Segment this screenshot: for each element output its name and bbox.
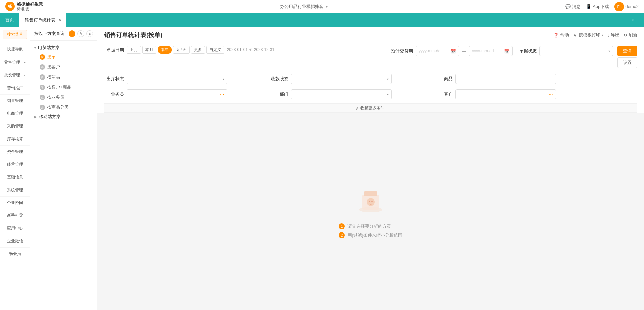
settings-button[interactable]: 设置 <box>617 57 637 68</box>
sidebar-item-system[interactable]: 系统管理 <box>0 184 30 197</box>
page-title: 销售订单统计表(按单) <box>104 31 162 39</box>
sidebar: 搜索菜单 快捷导航 零售管理 ▾ 批发管理 ▴ 营销推广 销售管理 电商管理 <box>0 27 30 310</box>
scheme-item-by-salesperson[interactable]: 业 按业务员 <box>30 92 97 102</box>
scheme-category-mobile[interactable]: ▶ 移动端方案 <box>30 112 97 121</box>
sidebar-item-ecommerce[interactable]: 电商管理 <box>0 107 30 120</box>
app-download-button[interactable]: 📱 App下载 <box>586 4 609 10</box>
scheme-item-by-category[interactable]: 分 按商品分类 <box>30 102 97 112</box>
scheme-edit-button[interactable]: ✎ <box>77 30 84 37</box>
chevron-up-icon: ▴ <box>24 73 26 77</box>
sidebar-item-guide[interactable]: 新手引导 <box>0 209 30 222</box>
app-title-area[interactable]: 办公用品行业模拟账套 ▾ <box>280 4 328 10</box>
tab-close-all-icon[interactable]: × <box>631 17 634 23</box>
edit-icon: ✎ <box>79 32 83 36</box>
expected-date-start[interactable]: yyyy-mm-dd 📅 <box>416 46 459 56</box>
more-dots-icon[interactable]: ··· <box>549 76 553 82</box>
query-button[interactable]: 查询 <box>617 46 637 56</box>
date-range-text: 2023-01-01 至 2023-12-31 <box>227 47 274 53</box>
receipt-status-select[interactable]: ▾ <box>291 74 392 84</box>
sidebar-item-wholesale[interactable]: 批发管理 ▴ <box>0 69 30 82</box>
user-area[interactable]: Ea demo2 <box>614 2 639 11</box>
out-status-select[interactable]: ▾ <box>127 74 227 84</box>
scheme-add-button[interactable]: + <box>69 30 75 37</box>
scheme-item-by-customer[interactable]: 客 按客户 <box>30 62 97 72</box>
more-dots-icon-3[interactable]: ··· <box>549 91 553 97</box>
collapse-up-icon: ∧ <box>356 106 359 111</box>
more-dots-icon-2[interactable]: ··· <box>220 91 224 97</box>
main-layout: 搜索菜单 快捷导航 零售管理 ▾ 批发管理 ▴ 营销推广 销售管理 电商管理 <box>0 27 644 310</box>
salesperson-select[interactable]: ··· <box>127 89 227 99</box>
sidebar-item-member[interactable]: 畅会员 <box>0 248 30 260</box>
chevron-right-icon: ▶ <box>34 115 37 119</box>
date-btn-more[interactable]: 更多 <box>191 46 205 54</box>
main-content: 销售订单统计表(按单) ❓ 帮助 🖨 按模板打印 ▾ ↓ 导出 <box>97 27 644 310</box>
chevron-down-icon: ▾ <box>387 77 389 81</box>
date-btn-this-year[interactable]: 本年 <box>158 46 172 54</box>
status-select[interactable]: ▾ <box>539 46 613 56</box>
scheme-category-desktop[interactable]: ▾ 电脑端方案 <box>30 43 97 52</box>
tab-maximize-icon: ⛶ <box>637 17 641 23</box>
goods-label: 商品 <box>433 76 453 82</box>
sidebar-item-operation[interactable]: 经营管理 <box>0 158 30 171</box>
sidebar-item-wechat[interactable]: 企业微信 <box>0 235 30 248</box>
scheme-item-by-customer-goods[interactable]: 客 按客户+商品 <box>30 82 97 92</box>
message-button[interactable]: 💬 消息 <box>565 4 581 10</box>
logo-text: 畅捷通好生意 标准版 <box>17 2 43 12</box>
scheme-collapse-button[interactable]: « <box>86 30 93 37</box>
customer-select[interactable]: ··· <box>455 89 556 99</box>
calendar-icon-2: 📅 <box>504 49 509 54</box>
dropdown-icon: ▾ <box>326 4 328 9</box>
refresh-icon: ↺ <box>624 33 627 38</box>
goods-select[interactable]: ··· <box>455 74 556 84</box>
logo-area: 畅 畅捷通好生意 标准版 <box>5 2 43 12</box>
svg-rect-2 <box>364 191 377 196</box>
chevron-down-icon: ▾ <box>24 61 26 64</box>
date-separator: — <box>462 49 466 54</box>
tab-sales-stats[interactable]: 销售订单统计表 × <box>19 13 66 27</box>
scheme-item-by-goods[interactable]: 商 按商品 <box>30 72 97 82</box>
expected-date-end[interactable]: yyyy-mm-dd 📅 <box>469 46 513 56</box>
scheme-panel-header: 按以下方案查询 + ✎ « <box>30 27 97 41</box>
date-btn-7days[interactable]: 近7天 <box>173 46 190 54</box>
sidebar-item-finance[interactable]: 资金管理 <box>0 146 30 158</box>
sidebar-item-purchase[interactable]: 采购管理 <box>0 120 30 133</box>
print-icon: 🖨 <box>573 33 577 38</box>
dept-label: 部门 <box>268 91 288 97</box>
collapse-button[interactable]: ∧ 收起更多条件 <box>104 104 637 113</box>
avatar: Ea <box>614 2 624 11</box>
sidebar-item-basic-info[interactable]: 基础信息 <box>0 171 30 184</box>
date-btn-this-month[interactable]: 本月 <box>142 46 156 54</box>
sidebar-item-sales[interactable]: 销售管理 <box>0 95 30 107</box>
scheme-panel: 按以下方案查询 + ✎ « ▾ 电脑端方案 <box>30 27 97 310</box>
tip-number-1: 1 <box>339 223 345 229</box>
sidebar-item-marketing[interactable]: 营销推广 <box>0 82 30 95</box>
refresh-button[interactable]: ↺ 刷新 <box>624 32 637 38</box>
date-btn-custom[interactable]: 自定义 <box>206 46 224 54</box>
empty-state: 1 请先选择要分析的方案 2 用[过滤]条件来缩小分析范围 <box>97 113 644 310</box>
quick-nav-label: 快捷导航 <box>0 45 30 53</box>
receipt-status-label: 收款状态 <box>268 76 288 82</box>
scheme-tree: ▾ 电脑端方案 按 按单 客 按客户 商 按商品 <box>30 41 97 310</box>
page-header: 销售订单统计表(按单) ❓ 帮助 🖨 按模板打印 ▾ ↓ 导出 <box>97 27 644 42</box>
scheme-item-by-order[interactable]: 按 按单 <box>30 52 97 62</box>
sidebar-item-enterprise[interactable]: 企业协同 <box>0 197 30 209</box>
help-button[interactable]: ❓ 帮助 <box>553 32 569 38</box>
date-filter-group: 上月 本月 本年 近7天 更多 自定义 2023-01-01 至 2023-12… <box>127 46 274 54</box>
date-label: 单据日期 <box>104 47 124 53</box>
sidebar-search-area: 搜索菜单 <box>0 27 30 42</box>
scheme-item-icon: 商 <box>40 74 45 80</box>
search-menu-button[interactable]: 搜索菜单 <box>3 30 27 39</box>
sidebar-item-apps[interactable]: 应用中心 <box>0 222 30 235</box>
tab-home[interactable]: 首页 <box>0 13 19 27</box>
sidebar-nav: 零售管理 ▾ 批发管理 ▴ 营销推广 销售管理 电商管理 采购管理 库存核算 <box>0 56 30 310</box>
dept-select[interactable]: ▾ <box>291 89 392 99</box>
date-btn-last-month[interactable]: 上月 <box>127 46 141 54</box>
print-button[interactable]: 🖨 按模板打印 ▾ <box>573 32 603 38</box>
sidebar-item-retail[interactable]: 零售管理 ▾ <box>0 56 30 69</box>
out-status-label: 出库状态 <box>104 76 124 82</box>
tab-close-icon[interactable]: × <box>59 18 61 22</box>
top-bar: 畅 畅捷通好生意 标准版 办公用品行业模拟账套 ▾ 💬 消息 📱 App下载 E… <box>0 0 644 13</box>
empty-illustration <box>354 185 387 218</box>
sidebar-item-inventory[interactable]: 库存核算 <box>0 133 30 146</box>
export-button[interactable]: ↓ 导出 <box>607 32 620 38</box>
